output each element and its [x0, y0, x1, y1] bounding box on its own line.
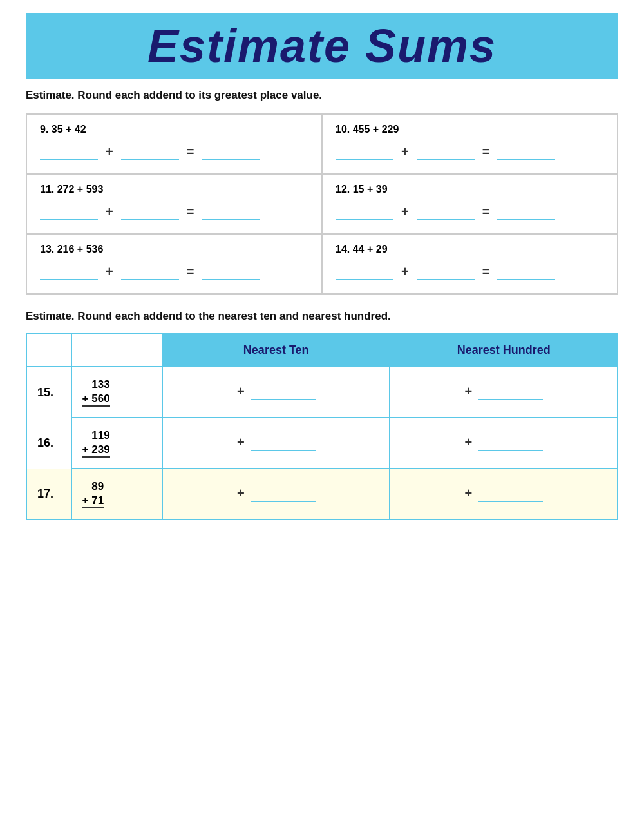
ans-17-ten[interactable]	[251, 489, 316, 502]
blank-9-1[interactable]	[40, 146, 98, 160]
section1-instruction: Estimate. Round each addend to its great…	[26, 89, 618, 102]
empty-header	[26, 334, 71, 367]
row-15-addends: 133 + 560	[71, 367, 162, 418]
blank-10-3[interactable]	[497, 146, 555, 160]
problem-13: 13. 216 + 536 + =	[26, 234, 322, 294]
ans-16-ten[interactable]	[251, 438, 316, 451]
problem-9: 9. 35 + 42 + =	[26, 114, 322, 174]
nearest-ten-header: Nearest Ten	[162, 334, 390, 367]
blank-9-3[interactable]	[202, 146, 260, 160]
blank-14-2[interactable]	[417, 266, 475, 280]
section2-instruction: Estimate. Round each addend to the neare…	[26, 310, 618, 323]
ans-15-hundred[interactable]	[478, 387, 543, 400]
table-row-17: 17. 89 + 71 + +	[26, 469, 618, 519]
blank-10-2[interactable]	[417, 146, 475, 160]
ans-15-ten[interactable]	[251, 387, 316, 400]
table-row-16: 16. 119 + 239 + +	[26, 418, 618, 469]
problems-grid: 9. 35 + 42 + = 10. 455 + 229 + = 11. 272…	[26, 113, 618, 295]
ans-17-hundred[interactable]	[478, 489, 543, 502]
row-16-addends: 119 + 239	[71, 418, 162, 469]
row-16-label: 16.	[26, 418, 71, 469]
problem-14: 14. 44 + 29 + =	[322, 234, 618, 294]
estimate-table: Nearest Ten Nearest Hundred 15. 133 + 56…	[26, 333, 618, 520]
blank-12-2[interactable]	[417, 206, 475, 220]
row-17-label: 17.	[26, 469, 71, 519]
blank-14-1[interactable]	[336, 266, 393, 280]
problem-10: 10. 455 + 229 + =	[322, 114, 618, 174]
blank-13-1[interactable]	[40, 266, 98, 280]
title-bar: Estimate Sums	[26, 13, 618, 79]
row-16-nearest-hundred[interactable]: +	[390, 418, 618, 469]
row-17-nearest-ten[interactable]: +	[162, 469, 390, 519]
blank-11-3[interactable]	[202, 206, 260, 220]
blank-12-3[interactable]	[497, 206, 555, 220]
blank-12-1[interactable]	[336, 206, 393, 220]
row-17-addends: 89 + 71	[71, 469, 162, 519]
row-15-nearest-hundred[interactable]: +	[390, 367, 618, 418]
row-16-nearest-ten[interactable]: +	[162, 418, 390, 469]
ans-16-hundred[interactable]	[478, 438, 543, 451]
row-15-nearest-ten[interactable]: +	[162, 367, 390, 418]
blank-11-1[interactable]	[40, 206, 98, 220]
blank-9-2[interactable]	[121, 146, 179, 160]
nearest-hundred-header: Nearest Hundred	[390, 334, 618, 367]
row-17-nearest-hundred[interactable]: +	[390, 469, 618, 519]
row-15-label: 15.	[26, 367, 71, 418]
empty-header2	[71, 334, 162, 367]
blank-13-2[interactable]	[121, 266, 179, 280]
blank-10-1[interactable]	[336, 146, 393, 160]
table-row-15: 15. 133 + 560 + +	[26, 367, 618, 418]
problem-11: 11. 272 + 593 + =	[26, 174, 322, 234]
blank-11-2[interactable]	[121, 206, 179, 220]
blank-13-3[interactable]	[202, 266, 260, 280]
problem-12: 12. 15 + 39 + =	[322, 174, 618, 234]
page-title: Estimate Sums	[39, 19, 605, 72]
blank-14-3[interactable]	[497, 266, 555, 280]
